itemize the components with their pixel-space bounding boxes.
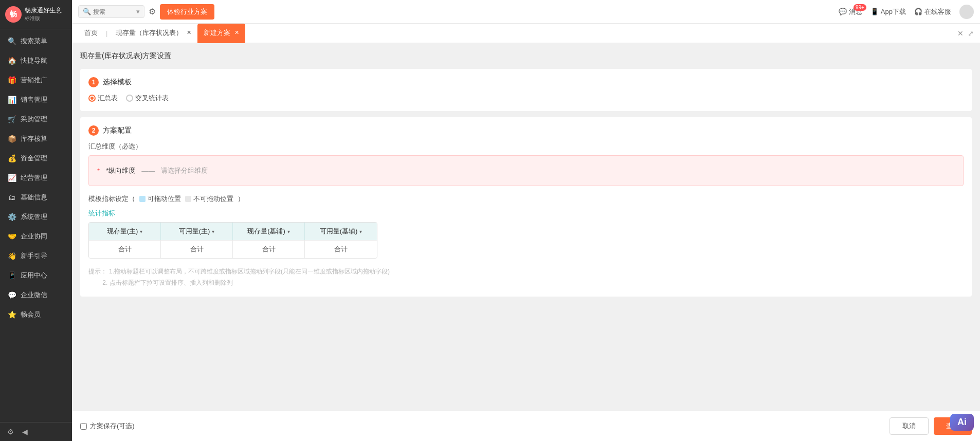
expand-icon[interactable]: ⤢ [968, 29, 974, 38]
ai-badge[interactable]: Ai [950, 414, 974, 431]
col-available-main[interactable]: 可用量(主) ▾ [161, 223, 233, 240]
online-service-button[interactable]: 🎧 在线客服 [914, 7, 951, 16]
settings-icon[interactable]: ⚙ [7, 428, 14, 436]
sidebar-item-purchase[interactable]: 🛒 采购管理 [0, 109, 72, 129]
col-available-main-label: 可用量(主) [179, 227, 210, 236]
legend-fixed: 不可拖动位置 [185, 194, 233, 204]
sidebar-item-finance[interactable]: 💰 资金管理 [0, 149, 72, 168]
sidebar-nav: 🔍 搜索菜单 🏠 快捷导航 🎁 营销推广 📊 销售管理 🛒 采购管理 📦 库存核… [0, 29, 72, 422]
folder-icon: 🗂 [7, 193, 16, 202]
sidebar-item-member[interactable]: ⭐ 畅会员 [0, 305, 72, 324]
table-body-row: 合计 合计 合计 合计 [89, 240, 377, 258]
topbar-search-box[interactable]: 🔍 ▾ [78, 5, 144, 18]
phone-icon: 📱 [7, 271, 16, 280]
box-icon: 📦 [7, 134, 16, 143]
col-available-aux-chevron: ▾ [359, 229, 362, 234]
cell-stock-main-sub: 合计 [89, 241, 161, 258]
sidebar-item-label: 企业协同 [21, 232, 47, 241]
dimension-label: 汇总维度（必选） [88, 142, 964, 151]
app-download-icon: 📱 [870, 8, 879, 15]
sidebar-item-label: 销售管理 [21, 95, 47, 104]
star-icon: ⭐ [7, 310, 16, 319]
dimension-placeholder: 请选择分组维度 [161, 166, 208, 175]
close-panel-icon[interactable]: ✕ [957, 29, 964, 38]
tip-2-text: 2. 点击标题栏下拉可设置排序、插入列和删除列 [102, 278, 232, 289]
step2-number: 2 [88, 125, 99, 136]
tab-home-label: 首页 [84, 28, 98, 38]
message-badge: 99+ [854, 4, 866, 11]
message-icon: 💬 [839, 8, 847, 15]
step2-header: 2 方案配置 [88, 125, 964, 136]
sidebar-item-nav[interactable]: 🏠 快捷导航 [0, 51, 72, 70]
dimension-required-area[interactable]: * *纵向维度 —— 请选择分组维度 [88, 155, 964, 186]
sidebar-item-inventory[interactable]: 📦 库存核算 [0, 129, 72, 149]
sidebar-item-marketing[interactable]: 🎁 营销推广 [0, 70, 72, 90]
topbar-right: 💬 消息 99+ 📱 App下载 🎧 在线客服 [839, 5, 974, 19]
sidebar-item-sales[interactable]: 📊 销售管理 [0, 90, 72, 109]
wave-icon: 👋 [7, 251, 16, 261]
tab-new-plan[interactable]: 新建方案 ✕ [197, 24, 245, 43]
chart-icon: 📊 [7, 95, 16, 104]
col-stock-main[interactable]: 现存量(主) ▾ [89, 223, 161, 240]
collapse-icon[interactable]: ◀ [22, 428, 28, 436]
tip-1: 提示： 1.拖动标题栏可以调整布局，不可跨维度或指标区域拖动列字段(只能在同一维… [88, 266, 964, 278]
money-icon: 💰 [7, 154, 16, 163]
cell-available-main-sub-text: 合计 [190, 245, 204, 254]
save-checkbox[interactable] [80, 423, 87, 430]
user-avatar[interactable] [959, 5, 974, 19]
tab-inventory-close[interactable]: ✕ [187, 29, 191, 36]
search-input[interactable] [93, 8, 134, 15]
tips-section: 提示： 1.拖动标题栏可以调整布局，不可跨维度或指标区域拖动列字段(只能在同一维… [88, 266, 964, 288]
sidebar-item-label: 企业微信 [21, 290, 47, 300]
sidebar-item-label: 采购管理 [21, 115, 47, 124]
template-radio-group: 汇总表 交叉统计表 [88, 94, 964, 103]
gift-icon: 🎁 [7, 76, 16, 85]
sidebar-item-label: 营销推广 [21, 76, 47, 85]
tab-inventory[interactable]: 现存量（库存状况表） ✕ [110, 24, 197, 43]
sidebar-logo: 畅 畅康通好生意 标准版 [0, 0, 72, 29]
radio-cross[interactable]: 交叉统计表 [126, 94, 169, 103]
tab-new-plan-close[interactable]: ✕ [234, 29, 239, 36]
step2-title: 方案配置 [103, 126, 132, 135]
gear-icon: ⚙️ [7, 212, 16, 222]
search-menu-icon: 🔍 [7, 36, 16, 46]
col-available-aux[interactable]: 可用量(基辅) ▾ [305, 223, 377, 240]
cell-stock-aux-sub-text: 合计 [262, 245, 276, 254]
dimension-dash: —— [141, 167, 155, 175]
cell-stock-main-sub-text: 合计 [118, 245, 132, 254]
sidebar-item-wechat[interactable]: 💬 企业微信 [0, 285, 72, 305]
indicator-label-row: 模板指标设定（ 可拖动位置 不可拖动位置 ） [88, 194, 964, 204]
online-service-label: 在线客服 [924, 7, 951, 16]
save-checkbox-label[interactable]: 方案保存(可选) [80, 421, 135, 431]
tip-1-text: 1.拖动标题栏可以调整布局，不可跨维度或指标区域拖动列字段(只能在同一维度或指标… [109, 266, 390, 278]
sidebar-item-label: 库存核算 [21, 134, 47, 143]
sidebar-item-operations[interactable]: 📈 经营管理 [0, 168, 72, 188]
app-download-button[interactable]: 📱 App下载 [870, 7, 906, 16]
tab-home[interactable]: 首页 [78, 24, 104, 43]
sidebar-item-newbie[interactable]: 👋 新手引导 [0, 246, 72, 266]
trending-icon: 📈 [7, 173, 16, 182]
home-icon: 🏠 [7, 56, 16, 65]
sidebar-item-apps[interactable]: 📱 应用中心 [0, 266, 72, 285]
search-dropdown-icon[interactable]: ▾ [136, 8, 140, 15]
sidebar-item-basic[interactable]: 🗂 基础信息 [0, 188, 72, 207]
legend-fixed-label: 不可拖动位置 [193, 194, 233, 204]
legend-draggable: 可拖动位置 [139, 194, 181, 204]
sidebar-item-enterprise[interactable]: 🤝 企业协同 [0, 227, 72, 246]
col-stock-main-label: 现存量(主) [107, 227, 138, 236]
fixed-color-swatch [185, 196, 191, 202]
app-name: 畅康通好生意 [25, 7, 62, 15]
cancel-button[interactable]: 取消 [890, 417, 929, 435]
settings-gear-icon[interactable]: ⚙ [149, 7, 156, 16]
col-stock-aux[interactable]: 现存量(基辅) ▾ [233, 223, 305, 240]
sidebar-bottom: ⚙ ◀ [0, 422, 72, 441]
handshake-icon: 🤝 [7, 232, 16, 241]
message-button[interactable]: 💬 消息 99+ [839, 7, 862, 16]
dimension-section: 汇总维度（必选） * *纵向维度 —— 请选择分组维度 [88, 142, 964, 186]
sidebar-item-search[interactable]: 🔍 搜索菜单 [0, 31, 72, 51]
sidebar-item-system[interactable]: ⚙️ 系统管理 [0, 207, 72, 227]
radio-summary[interactable]: 汇总表 [88, 94, 118, 103]
sidebar-item-label: 搜索菜单 [21, 36, 47, 46]
content-area: 现存量(库存状况表)方案设置 1 选择模板 汇总表 交叉统计表 2 [72, 43, 980, 411]
trial-industry-button[interactable]: 体验行业方案 [160, 4, 214, 20]
